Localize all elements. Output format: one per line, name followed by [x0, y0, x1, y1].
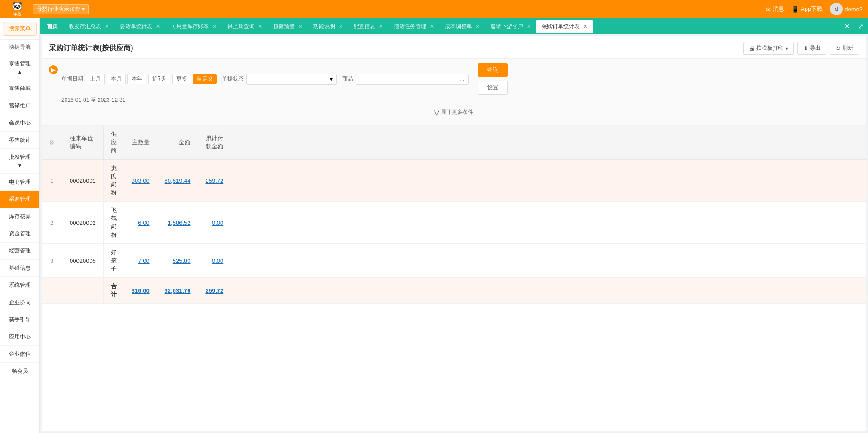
table-container: ⚙ 往来单位编码 供应商 主数量 金额 累计付款金额 1 [42, 126, 866, 304]
sidebar-item-basic[interactable]: 基础信息 [0, 260, 39, 277]
tab-chengben-close[interactable]: ✕ [476, 24, 480, 29]
shortcut-more[interactable]: 更多 [172, 74, 191, 84]
sidebar-item-wholesale[interactable]: 批发管理 ▼ [0, 149, 39, 174]
row1-qty[interactable]: 303.00 [124, 160, 157, 202]
tab-tuoHuo[interactable]: 拖货任务管理 ✕ [388, 20, 439, 33]
sidebar-item-system[interactable]: 系统管理 [0, 277, 39, 294]
newbie-label: 新手引导 [9, 316, 31, 324]
vip-label: 畅会员 [12, 367, 28, 375]
status-select[interactable]: ▾ [246, 74, 337, 85]
search-menu-button[interactable]: 搜索菜单 [3, 22, 37, 36]
shortcut-7days[interactable]: 近7天 [148, 74, 170, 84]
goods-filter: 商品 … [342, 74, 469, 85]
custom-badge[interactable]: 自定义 [193, 74, 217, 84]
date-filter: 单据日期 上月 本月 本年 近7天 更多 自定义 [61, 74, 217, 84]
app-label: App下载 [801, 5, 823, 13]
sidebar-item-finance[interactable]: 资金管理 [0, 225, 39, 243]
tab-baoquan-label: 保质期查询 [227, 23, 255, 30]
logo-icon: 🐼 [12, 1, 22, 11]
tab-peizhi[interactable]: 配置信息 ✕ [348, 20, 388, 33]
footer-amount: 62,631.76 [157, 278, 198, 304]
filter-collapse-btn[interactable]: ▶ [49, 65, 58, 74]
col-settings[interactable]: ⚙ [42, 126, 62, 160]
tab-gongneng[interactable]: 功能说明 ✕ [308, 20, 348, 33]
tab-yaohuoDan[interactable]: 要货单统计表 ✕ [114, 20, 165, 33]
quick-nav-area[interactable]: 快捷导航 [0, 40, 39, 55]
table-body: 1 00020001 惠氏奶粉 303.00 60,519.44 259.72 … [42, 160, 866, 278]
sidebar: 搜索菜单 快捷导航 零售管理 ▲ 零售商城 营销推广 会员中心 零售统计 批发管… [0, 18, 40, 433]
tab-keyong-close[interactable]: ✕ [212, 24, 217, 29]
settings-button[interactable]: 设置 [478, 81, 508, 95]
tab-gongneng-close[interactable]: ✕ [339, 24, 343, 29]
tab-shoufaHuizong[interactable]: 收发存汇总表 ✕ [63, 20, 114, 33]
breadcrumb-select[interactable]: 母婴行业演示账套 ▾ [33, 4, 89, 14]
table-row: 2 00020002 飞鹤奶粉 6.00 1,586.52 0.00 [42, 202, 866, 244]
row2-paid[interactable]: 0.00 [198, 202, 231, 244]
row3-qty[interactable]: 7.00 [124, 244, 157, 278]
tab-chengben[interactable]: 成本调整单 ✕ [439, 20, 485, 33]
tab-maximize-btn[interactable]: ⤢ [855, 22, 866, 31]
row2-amount[interactable]: 1,586.52 [157, 202, 198, 244]
purchase-label: 采购管理 [9, 195, 31, 203]
tab-baoquan[interactable]: 保质期查询 ✕ [222, 20, 268, 33]
tab-yaoqing-close[interactable]: ✕ [527, 24, 531, 29]
sidebar-item-appstore[interactable]: 应用中心 [0, 328, 39, 346]
sidebar-item-retail-shop[interactable]: 零售商城 [0, 80, 39, 97]
sidebar-item-vip[interactable]: 畅会员 [0, 363, 39, 380]
print-button[interactable]: 🖨 按模板打印 ▾ [743, 42, 794, 55]
export-button[interactable]: ⬇ 导出 [797, 42, 826, 55]
footer-extra [231, 278, 866, 304]
tab-close-btn[interactable]: ✕ [842, 22, 853, 31]
row3-amount[interactable]: 525.80 [157, 244, 198, 278]
goods-input[interactable]: … [356, 74, 469, 85]
shortcut-this-year[interactable]: 本年 [127, 74, 146, 84]
user-menu[interactable]: d demo2 [830, 3, 863, 15]
sidebar-item-retail-stat[interactable]: 零售统计 [0, 132, 39, 149]
message-btn[interactable]: ✉ 消息 [766, 5, 784, 13]
app-download-btn[interactable]: 📱 App下载 [792, 5, 823, 13]
tab-tuoHuo-close[interactable]: ✕ [430, 24, 434, 29]
sidebar-item-marketing[interactable]: 营销推广 [0, 97, 39, 114]
tab-shoufaHuizong-label: 收发存汇总表 [69, 23, 101, 30]
tab-home[interactable]: 首页 [42, 20, 63, 33]
date-shortcuts: 上月 本月 本年 近7天 更多 自定义 [86, 74, 217, 84]
sidebar-item-retail[interactable]: 零售管理 ▲ [0, 55, 39, 80]
shortcut-this-month[interactable]: 本月 [107, 74, 126, 84]
tab-keyong[interactable]: 可用量库存账本 ✕ [165, 20, 222, 33]
tab-yaoqing[interactable]: 邀请下游客户 ✕ [485, 20, 536, 33]
tab-chaoChu-close[interactable]: ✕ [298, 24, 302, 29]
query-button[interactable]: 查询 [478, 63, 508, 77]
sidebar-item-enterprise[interactable]: 企业协同 [0, 294, 39, 311]
row1-amount[interactable]: 60,519.44 [157, 160, 198, 202]
sidebar-item-operation[interactable]: 经营管理 [0, 243, 39, 260]
col-amount: 金额 [157, 126, 198, 160]
tab-caigoTongji[interactable]: 采购订单统计表 ✕ [536, 20, 593, 33]
footer-empty2 [62, 278, 104, 304]
expand-more-btn[interactable]: ⋁ 展开更多条件 [429, 107, 479, 118]
shortcut-last-month[interactable]: 上月 [86, 74, 105, 84]
row2-qty[interactable]: 6.00 [124, 202, 157, 244]
row1-code: 00020001 [62, 160, 104, 202]
sidebar-item-newbie[interactable]: 新手引导 [0, 311, 39, 328]
sidebar-item-member[interactable]: 会员中心 [0, 114, 39, 132]
sidebar-item-purchase[interactable]: 采购管理 [0, 191, 39, 208]
sidebar-item-wechat[interactable]: 企业微信 [0, 346, 39, 363]
tab-chaoChu[interactable]: 超储预警 ✕ [268, 20, 308, 33]
tab-yaohuoDan-close[interactable]: ✕ [156, 24, 160, 29]
tab-shoufaHuizong-close[interactable]: ✕ [105, 24, 109, 29]
tab-yaoqing-label: 邀请下游客户 [491, 23, 523, 30]
status-arrow: ▾ [330, 76, 333, 82]
sidebar-item-inventory[interactable]: 库存核算 [0, 208, 39, 225]
row3-paid[interactable]: 0.00 [198, 244, 231, 278]
logo[interactable]: 🐼 标题 [5, 1, 29, 17]
tab-baoquan-close[interactable]: ✕ [258, 24, 262, 29]
operation-label: 经营管理 [9, 247, 31, 255]
sidebar-item-ecommerce[interactable]: 电商管理 [0, 174, 39, 191]
tab-caigoTongji-close[interactable]: ✕ [583, 24, 587, 29]
breadcrumb-label: 母婴行业演示账套 [37, 5, 80, 13]
tab-peizhi-close[interactable]: ✕ [379, 24, 383, 29]
row1-supplier: 惠氏奶粉 [103, 160, 124, 202]
refresh-button[interactable]: ↻ 刷新 [830, 42, 859, 55]
row1-paid[interactable]: 259.72 [198, 160, 231, 202]
table-header-row: ⚙ 往来单位编码 供应商 主数量 金额 累计付款金额 [42, 126, 866, 160]
